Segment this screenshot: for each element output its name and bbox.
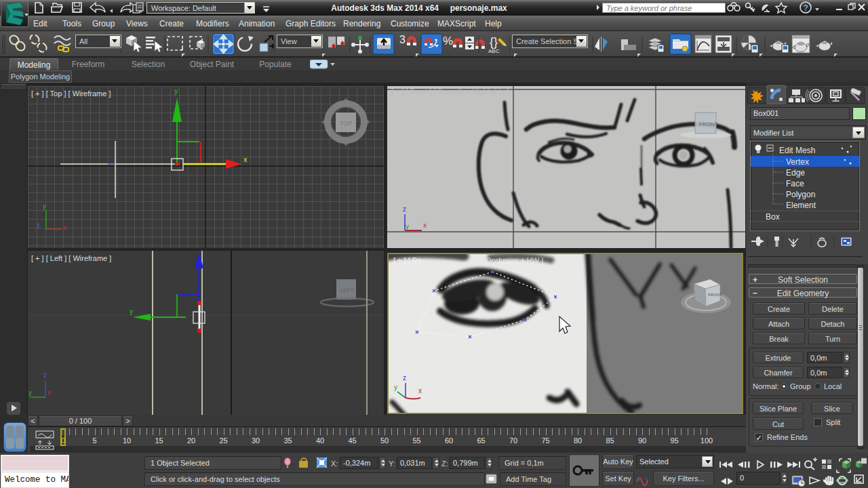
svg-text:Box: Box [766,212,780,222]
svg-text:TOP: TOP [340,120,352,127]
svg-text:[ + ] [ Front ] [ Smooth + Hig: [ + ] [ Front ] [ Smooth + Highlights ] [391,87,509,96]
svg-text:Vertex: Vertex [786,157,809,167]
svg-text:{}: {} [490,35,498,49]
svg-text:y: y [394,384,397,391]
svg-text:x: x [63,224,66,231]
svg-text:Edge: Edge [786,168,805,178]
svg-text:z: z [43,371,47,379]
svg-text:FRONT: FRONT [708,293,722,297]
svg-text:LEFT: LEFT [340,287,354,293]
svg-text:[ + ] [ Pe: [ + ] [ Pe [393,256,421,264]
svg-text:x: x [47,389,51,396]
svg-text:[ + ] [ Left ] [ Wireframe ]: [ + ] [ Left ] [ Wireframe ] [31,254,111,262]
svg-text:?: ? [804,3,808,13]
svg-text:%: % [443,35,453,47]
svg-text:y: y [130,308,133,315]
svg-text:y: y [406,223,409,230]
svg-text:Polygon: Polygon [786,190,815,199]
svg-text:ABC: ABC [488,48,500,54]
svg-text:x: x [423,222,427,229]
svg-text:y: y [28,389,32,396]
svg-text:Edit Mesh: Edit Mesh [779,146,815,155]
svg-text:Occlusion + HW ]: Occlusion + HW ] [486,256,543,264]
svg-text:z: z [403,374,406,382]
svg-text:y: y [43,203,46,210]
svg-text:y: y [174,87,178,95]
svg-text:x: x [243,155,248,163]
svg-text:x: x [418,387,422,394]
svg-text:[ + ] [ Top ] [ Wireframe ]: [ + ] [ Top ] [ Wireframe ] [31,89,111,98]
svg-text:Element: Element [786,201,816,210]
svg-text:Face: Face [786,179,804,188]
svg-text:z: z [37,222,40,229]
svg-text:z: z [403,205,406,213]
svg-text:3: 3 [399,34,406,45]
svg-text:FRONT: FRONT [699,121,718,127]
